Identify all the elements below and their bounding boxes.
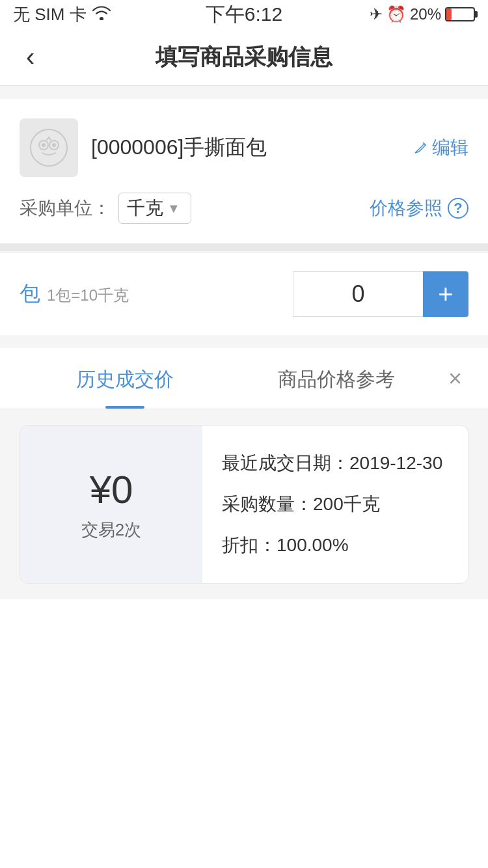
page-title: 填写商品采购信息 [156,42,332,72]
product-name: [0000006]手撕面包 [91,133,267,162]
back-button[interactable]: ‹ [20,36,41,78]
quantity-input[interactable] [293,271,423,317]
wifi-icon [92,5,111,25]
edit-label: 编辑 [432,135,468,160]
help-icon: ? [448,198,468,219]
battery-percent: 20% [410,5,441,23]
unit-select[interactable]: 千克 ▼ [118,193,191,224]
svg-point-0 [31,129,67,166]
quantity-input-group: + [293,271,468,317]
unit-label: 采购单位： [20,196,111,221]
edit-button[interactable]: 编辑 [413,135,468,160]
price-card-right: 最近成交日期：2019-12-30 采购数量：200千克 折扣：100.00% [202,426,468,583]
svg-point-4 [52,143,56,147]
quantity-label: 包 1包=10千克 [20,280,129,308]
purchase-qty-row: 采购数量：200千克 [222,490,448,519]
alarm-icon: ⏰ [386,5,406,23]
recent-date-row: 最近成交日期：2019-12-30 [222,449,448,478]
recent-date-value: 2019-12-30 [349,453,442,473]
tab-product-label: 商品价格参考 [278,368,395,390]
price-amount: ¥0 [90,467,133,512]
unit-value: 千克 [127,196,163,221]
price-ref-label: 价格参照 [370,196,442,221]
product-unit-row: 采购单位： 千克 ▼ 价格参照 ? [20,193,468,224]
price-value: 0 [111,468,133,511]
battery-icon [445,7,475,21]
qty-label: 采购数量： [222,494,313,514]
quantity-section: 包 1包=10千克 + [0,252,488,335]
content-below [0,599,488,868]
quantity-plus-button[interactable]: + [423,271,468,317]
tab-close-button[interactable]: × [442,352,468,405]
status-right: ✈ ⏰ 20% [370,5,475,23]
price-ref-button[interactable]: 价格参照 ? [370,196,468,221]
price-trades: 交易2次 [81,519,141,541]
discount-value: 100.00% [277,535,349,555]
nav-bar: ‹ 填写商品采购信息 [0,29,488,86]
product-logo-icon [29,128,68,167]
edit-icon [413,140,428,156]
tab-product-price[interactable]: 商品价格参考 [230,348,441,409]
recent-date-label: 最近成交日期： [222,453,349,473]
currency-symbol: ¥ [90,468,111,511]
section-divider [0,243,488,251]
status-time: 下午6:12 [206,1,282,28]
product-thumbnail [20,118,78,177]
location-icon: ✈ [370,5,383,23]
status-left: 无 SIM 卡 [13,3,111,26]
discount-row: 折扣：100.00% [222,531,448,560]
price-card-left: ¥0 交易2次 [20,426,202,583]
status-bar: 无 SIM 卡 下午6:12 ✈ ⏰ 20% [0,0,488,29]
quantity-unit: 包 [20,280,40,308]
quantity-conversion: 1包=10千克 [47,285,129,306]
tab-history-price[interactable]: 历史成交价 [20,348,230,409]
price-card-container: ¥0 交易2次 最近成交日期：2019-12-30 采购数量：200千克 折扣：… [0,409,488,599]
price-card: ¥0 交易2次 最近成交日期：2019-12-30 采购数量：200千克 折扣：… [20,425,468,584]
discount-label: 折扣： [222,535,277,555]
svg-point-3 [42,143,46,147]
qty-value: 200千克 [313,494,380,514]
product-top-row: [0000006]手撕面包 编辑 [20,118,468,177]
tabs-bar: 历史成交价 商品价格参考 × [0,348,488,409]
tab-history-label: 历史成交价 [76,368,174,390]
carrier-text: 无 SIM 卡 [13,3,87,26]
product-card: [0000006]手撕面包 编辑 采购单位： 千克 ▼ 价格参照 ? [0,99,488,243]
unit-left: 采购单位： 千克 ▼ [20,193,191,224]
dropdown-arrow-icon: ▼ [167,201,180,216]
product-left: [0000006]手撕面包 [20,118,267,177]
